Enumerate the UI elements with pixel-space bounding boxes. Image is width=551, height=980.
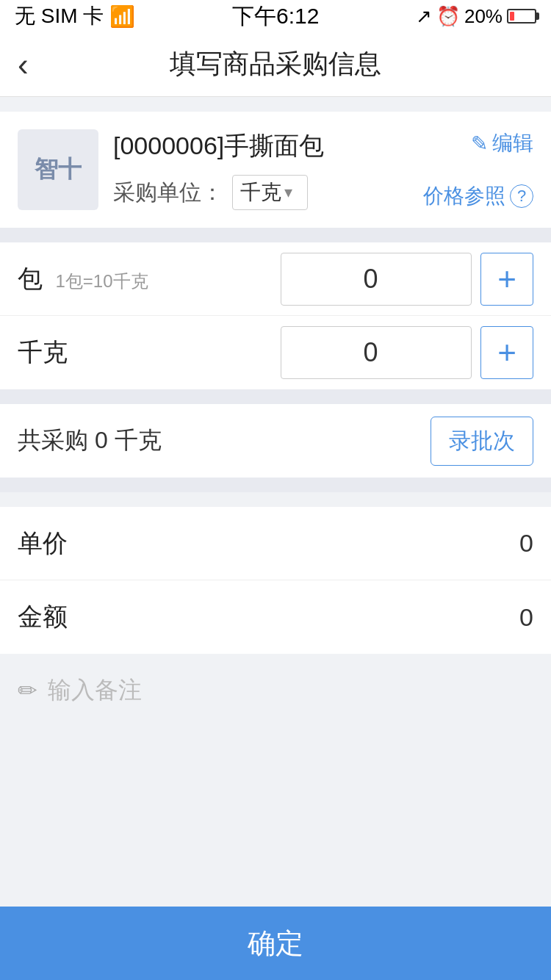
unit-price-label: 单价 (18, 527, 519, 561)
kg-input-row: 千克 + (0, 316, 551, 389)
amount-value: 0 (519, 603, 533, 632)
remark-placeholder: 输入备注 (48, 674, 142, 707)
pack-plus-button[interactable]: + (480, 253, 533, 306)
unit-arrow-icon: ▾ (284, 183, 292, 202)
amount-row: 金额 0 (0, 580, 551, 654)
unit-select[interactable]: 千克 ▾ (232, 175, 308, 210)
pencil-icon: ✏ (18, 677, 37, 705)
battery-percent: 20% (464, 5, 503, 28)
summary-section: 共采购 0 千克 录批次 (0, 389, 551, 492)
unit-label: 采购单位： (113, 178, 223, 208)
divider-2 (0, 389, 551, 404)
product-logo: 智十 (35, 154, 82, 186)
pack-sub: 1包=10千克 (55, 271, 148, 291)
pack-input-row: 包 1包=10千克 + (0, 242, 551, 316)
pack-label: 包 1包=10千克 (18, 262, 281, 296)
product-image: 智十 (18, 129, 98, 210)
status-right: ↗ ⏰ 20% (416, 5, 536, 28)
input-section: 包 1包=10千克 + 千克 + (0, 242, 551, 389)
help-icon: ? (510, 184, 533, 208)
battery-icon (507, 9, 536, 24)
back-button[interactable]: ‹ (18, 48, 29, 81)
amount-label: 金额 (18, 600, 519, 634)
carrier-label: 无 SIM 卡 (15, 2, 104, 30)
status-bar: 无 SIM 卡 📶 下午6:12 ↗ ⏰ 20% (0, 0, 551, 32)
edit-button[interactable]: ✎ 编辑 (471, 129, 533, 157)
price-section: 单价 0 金额 0 (0, 507, 551, 654)
summary-row: 共采购 0 千克 录批次 (0, 404, 551, 478)
unit-price-row: 单价 0 (0, 507, 551, 580)
alarm-icon: ⏰ (436, 5, 460, 28)
edit-icon: ✎ (471, 131, 488, 156)
location-icon: ↗ (416, 5, 432, 28)
confirm-bar[interactable]: 确定 (0, 907, 551, 980)
summary-text: 共采购 0 千克 (18, 425, 431, 457)
pack-input[interactable] (281, 253, 472, 306)
price-ref-button[interactable]: 价格参照 ? (423, 182, 533, 210)
product-card: 智十 [0000006]手撕面包 采购单位： 千克 ▾ ✎ 编辑 价格参照 ? (0, 112, 551, 228)
pack-input-wrapper: + (281, 253, 533, 306)
wifi-icon: 📶 (109, 4, 135, 29)
divider-1 (0, 228, 551, 242)
kg-input-wrapper: + (281, 326, 533, 379)
page-title: 填写商品采购信息 (170, 46, 381, 82)
batch-button[interactable]: 录批次 (431, 417, 533, 466)
kg-plus-button[interactable]: + (480, 326, 533, 379)
status-left: 无 SIM 卡 📶 (15, 2, 135, 30)
kg-input[interactable] (281, 326, 472, 379)
status-time: 下午6:12 (232, 1, 319, 32)
nav-bar: ‹ 填写商品采购信息 (0, 32, 551, 97)
divider-3 (0, 478, 551, 492)
kg-label: 千克 (18, 336, 281, 370)
unit-price-value: 0 (519, 529, 533, 558)
remark-section[interactable]: ✏ 输入备注 (0, 654, 551, 727)
confirm-button-label: 确定 (248, 925, 303, 962)
